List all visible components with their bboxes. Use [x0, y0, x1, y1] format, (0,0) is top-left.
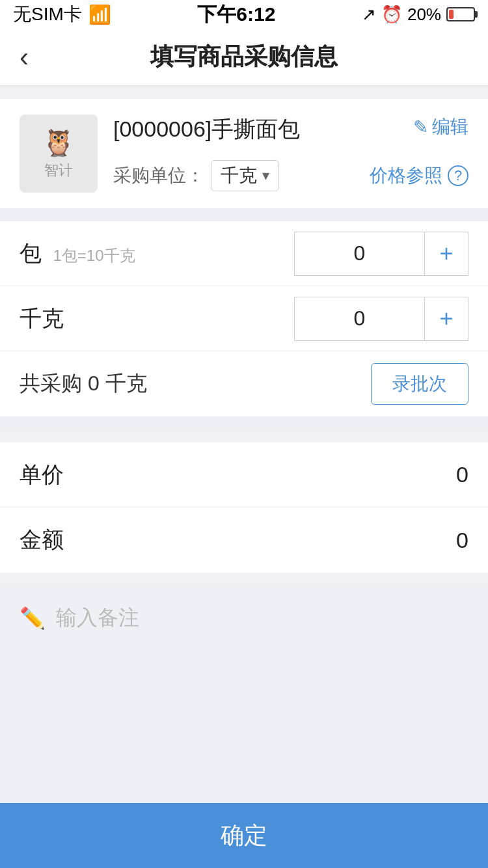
edit-icon: ✎	[413, 116, 428, 138]
summary-row: 共采购 0 千克 录批次	[0, 351, 488, 416]
kg-number-input[interactable]	[294, 297, 424, 341]
bao-input-row: 包 1包=10千克 +	[0, 221, 488, 286]
unit-value: 千克	[221, 163, 257, 188]
bao-sublabel: 1包=10千克	[53, 247, 135, 264]
confirm-bar: 确定	[0, 803, 488, 868]
product-info: [0000006]手撕面包 ✎ 编辑 采购单位： 千克 ▾ 价格参照 ?	[113, 115, 468, 191]
price-ref-label: 价格参照	[370, 163, 442, 188]
note-placeholder: 输入备注	[56, 604, 139, 632]
price-section: 单价 0 金额 0	[0, 442, 488, 573]
kg-input-control: +	[294, 297, 468, 341]
bao-input-control: +	[294, 232, 468, 276]
alarm-icon: ⏰	[381, 5, 402, 25]
kg-plus-button[interactable]: +	[424, 297, 468, 341]
unit-price-row: 单价 0	[0, 442, 488, 508]
product-unit-row: 采购单位： 千克 ▾ 价格参照 ?	[113, 160, 468, 191]
product-name: [0000006]手撕面包	[113, 115, 300, 144]
product-logo-icon: 🦉	[42, 128, 75, 158]
product-card: 🦉 智计 [0000006]手撕面包 ✎ 编辑 采购单位： 千克 ▾ 价格参照 …	[0, 99, 488, 208]
price-ref-button[interactable]: 价格参照 ?	[370, 163, 468, 188]
input-section: 包 1包=10千克 + 千克 +	[0, 221, 488, 351]
edit-button[interactable]: ✎ 编辑	[413, 115, 468, 139]
product-image: 🦉 智计	[20, 115, 98, 193]
bao-label: 包 1包=10千克	[20, 239, 294, 269]
wifi-icon: 📶	[88, 4, 111, 25]
time-display: 下午6:12	[197, 1, 275, 28]
price-ref-help-icon: ?	[448, 165, 468, 186]
bao-plus-button[interactable]: +	[424, 232, 468, 276]
confirm-button[interactable]: 确定	[221, 820, 267, 852]
product-header: [0000006]手撕面包 ✎ 编辑	[113, 115, 468, 144]
note-section[interactable]: ✏️ 输入备注	[0, 586, 488, 651]
location-icon: ↗	[362, 5, 376, 25]
amount-row: 金额 0	[0, 508, 488, 573]
batch-button[interactable]: 录批次	[371, 363, 468, 405]
nav-bar: ‹ 填写商品采购信息	[0, 29, 488, 86]
status-right: ↗ ⏰ 20%	[362, 5, 475, 25]
kg-label: 千克	[20, 304, 294, 334]
amount-value: 0	[456, 528, 468, 553]
unit-prefix-label: 采购单位：	[113, 163, 204, 188]
page-title: 填写商品采购信息	[150, 41, 338, 73]
battery-percent: 20%	[407, 5, 441, 25]
section-divider-1	[0, 208, 488, 221]
edit-label: 编辑	[432, 115, 468, 139]
bao-number-input[interactable]	[294, 232, 424, 276]
unit-price-value: 0	[456, 462, 468, 487]
status-left: 无SIM卡 📶	[13, 2, 111, 27]
unit-price-label: 单价	[20, 460, 64, 490]
dropdown-arrow-icon: ▾	[262, 167, 269, 184]
battery-indicator	[446, 7, 475, 21]
summary-text: 共采购 0 千克	[20, 370, 147, 398]
unit-select[interactable]: 千克 ▾	[211, 160, 279, 191]
status-bar: 无SIM卡 📶 下午6:12 ↗ ⏰ 20%	[0, 0, 488, 29]
pencil-icon: ✏️	[20, 606, 46, 631]
back-button[interactable]: ‹	[20, 42, 29, 73]
kg-input-row: 千克 +	[0, 286, 488, 351]
carrier-text: 无SIM卡	[13, 2, 82, 27]
section-divider-2	[0, 416, 488, 429]
amount-label: 金额	[20, 525, 64, 555]
product-logo-text: 智计	[44, 161, 73, 180]
